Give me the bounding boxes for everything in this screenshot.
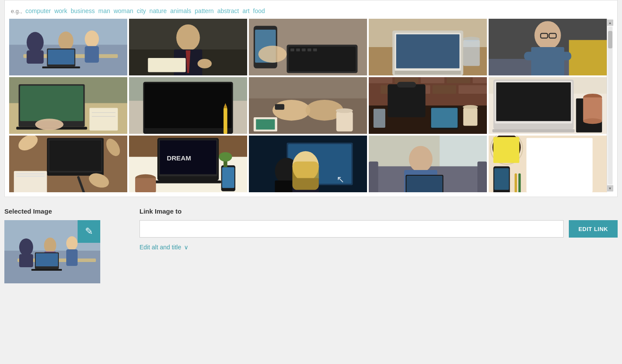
svg-point-161 — [19, 238, 33, 256]
svg-rect-141 — [477, 162, 487, 192]
scroll-thumb[interactable] — [608, 31, 612, 48]
edit-alt-title-link[interactable]: Edit alt and title — [139, 244, 181, 251]
grid-image-10[interactable] — [489, 77, 607, 134]
svg-rect-104 — [49, 140, 101, 171]
scroll-track[interactable] — [608, 27, 612, 184]
svg-rect-123 — [135, 178, 156, 192]
scroll-up-arrow[interactable]: ▲ — [607, 20, 613, 26]
grid-image-15[interactable] — [489, 136, 607, 192]
grid-image-13[interactable]: ↖ — [249, 136, 367, 192]
svg-rect-34 — [395, 71, 461, 75]
svg-point-165 — [66, 236, 78, 250]
svg-rect-44 — [552, 52, 571, 61]
svg-rect-162 — [19, 254, 33, 267]
tag-woman[interactable]: woman — [114, 7, 133, 14]
link-image-to-label: Link Image to — [139, 208, 618, 215]
svg-rect-140 — [369, 162, 378, 192]
tags-prefix: e.g., — [11, 8, 22, 14]
svg-point-125 — [219, 152, 232, 162]
svg-rect-169 — [31, 269, 62, 271]
tag-animals[interactable]: animals — [170, 7, 191, 14]
tag-city[interactable]: city — [137, 7, 146, 14]
svg-point-37 — [463, 37, 480, 41]
svg-point-88 — [463, 105, 478, 109]
grid-image-5[interactable] — [489, 19, 607, 75]
grid-image-1[interactable] — [9, 19, 127, 75]
svg-rect-98 — [583, 98, 602, 121]
svg-point-69 — [336, 109, 353, 113]
svg-rect-25 — [307, 48, 311, 51]
grid-image-4[interactable] — [369, 19, 487, 75]
edit-link-button[interactable]: EDIT LINK — [569, 220, 618, 238]
svg-rect-22 — [290, 48, 294, 51]
grid-image-11[interactable] — [9, 136, 127, 192]
svg-rect-43 — [524, 52, 543, 61]
svg-rect-94 — [493, 129, 575, 133]
tag-food[interactable]: food — [253, 7, 265, 14]
tag-man[interactable]: man — [98, 7, 110, 14]
svg-rect-35 — [396, 34, 459, 68]
svg-rect-117 — [155, 180, 221, 184]
svg-rect-73 — [369, 77, 392, 83]
link-row: EDIT LINK — [139, 220, 618, 238]
svg-rect-50 — [20, 85, 83, 121]
tag-art[interactable]: art — [242, 7, 249, 14]
svg-rect-61 — [224, 108, 228, 134]
gallery-section: e.g., computer work business man woman c… — [4, 0, 618, 197]
svg-point-7 — [85, 31, 99, 48]
grid-image-9[interactable] — [369, 77, 487, 134]
tag-work[interactable]: work — [54, 7, 68, 14]
svg-rect-36 — [463, 40, 480, 66]
svg-rect-59 — [145, 83, 231, 128]
svg-rect-71 — [256, 119, 275, 129]
tag-computer[interactable]: computer — [25, 7, 51, 14]
image-grid: DREAM — [9, 19, 607, 192]
svg-point-55 — [35, 119, 64, 130]
scroll-down-arrow[interactable]: ▼ — [607, 185, 613, 191]
svg-point-142 — [409, 146, 432, 173]
link-input[interactable] — [139, 220, 564, 238]
svg-rect-83 — [387, 84, 425, 117]
pencil-icon: ✎ — [85, 226, 93, 237]
svg-point-65 — [272, 100, 310, 121]
svg-rect-148 — [527, 138, 593, 192]
tag-abstract[interactable]: abstract — [217, 7, 239, 14]
svg-rect-11 — [42, 66, 80, 68]
selected-image-thumb[interactable]: ✎ — [4, 220, 100, 283]
svg-rect-77 — [472, 77, 487, 83]
main-container: e.g., computer work business man woman c… — [0, 0, 622, 292]
svg-rect-134 — [292, 162, 319, 190]
svg-rect-81 — [459, 85, 487, 94]
tag-business[interactable]: business — [71, 7, 95, 14]
svg-rect-4 — [27, 51, 44, 64]
tags-row: e.g., computer work business man woman c… — [9, 5, 613, 19]
svg-point-3 — [27, 32, 44, 53]
svg-point-99 — [583, 118, 602, 124]
tag-pattern[interactable]: pattern — [195, 7, 214, 14]
svg-rect-26 — [313, 48, 317, 51]
edit-image-overlay[interactable]: ✎ — [78, 220, 100, 243]
selected-image-label: Selected Image — [4, 208, 126, 215]
grid-image-7[interactable] — [129, 77, 247, 134]
grid-image-8[interactable] — [249, 77, 367, 134]
svg-rect-42 — [531, 47, 564, 75]
svg-rect-95 — [496, 82, 571, 121]
selected-image-panel: Selected Image ✎ — [4, 208, 126, 283]
img-inner-1 — [9, 19, 127, 75]
svg-rect-68 — [336, 112, 353, 132]
svg-rect-87 — [463, 108, 478, 126]
tag-nature[interactable]: nature — [150, 7, 167, 14]
svg-rect-107 — [16, 176, 44, 177]
grid-image-6[interactable] — [9, 77, 127, 134]
grid-image-12[interactable]: DREAM — [129, 136, 247, 192]
svg-rect-75 — [421, 77, 444, 83]
link-section: Link Image to EDIT LINK Edit alt and tit… — [139, 208, 618, 251]
bottom-section: Selected Image ✎ — [0, 197, 622, 292]
grid-image-3[interactable] — [249, 19, 367, 75]
edit-alt-row: Edit alt and title ∨ — [139, 244, 618, 251]
grid-image-14[interactable] — [369, 136, 487, 192]
grid-image-2[interactable] — [129, 19, 247, 75]
svg-rect-154 — [494, 168, 509, 190]
svg-rect-86 — [431, 108, 458, 128]
scrollbar[interactable]: ▲ ▼ — [607, 19, 613, 192]
